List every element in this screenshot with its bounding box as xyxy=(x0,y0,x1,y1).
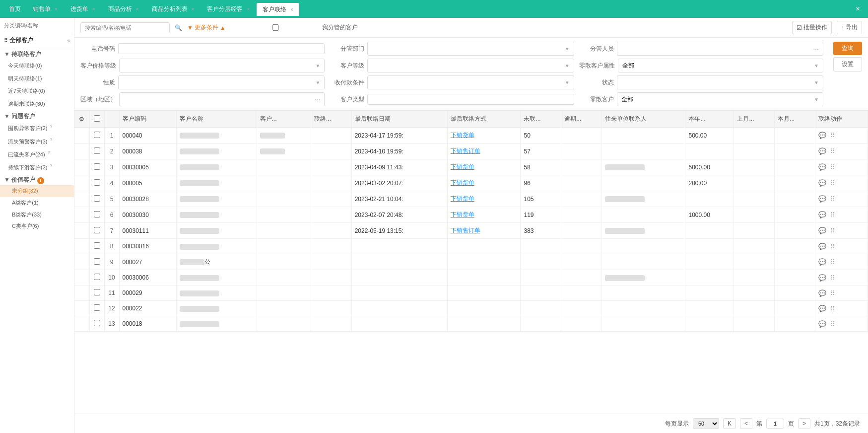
col-contact[interactable]: 联络... xyxy=(311,111,351,128)
tab-purchase-order[interactable]: 进货单 × xyxy=(65,2,101,16)
region-select[interactable]: ··· xyxy=(119,92,325,106)
sidebar-search-input[interactable] xyxy=(4,22,72,28)
col-last-month[interactable]: 上月... xyxy=(734,111,775,128)
payment-select[interactable]: ▼ xyxy=(367,75,574,89)
chat-icon[interactable]: 💬 xyxy=(818,320,826,328)
tab-product-analysis[interactable]: 商品分析 × xyxy=(102,2,145,16)
col-this-month[interactable]: 本月... xyxy=(775,111,815,128)
grid-action-icon[interactable]: ⠿ xyxy=(830,227,835,234)
row-checkbox[interactable] xyxy=(94,211,100,217)
sidebar-item-overdue[interactable]: 逾期未联络(30) xyxy=(0,98,74,111)
chat-icon[interactable]: 💬 xyxy=(818,211,826,218)
sidebar-all-customers[interactable]: ⠿ 全部客户 « xyxy=(0,33,74,48)
sidebar-item-b-class[interactable]: B类客户(33) xyxy=(0,209,74,221)
search-btn[interactable]: 查询 xyxy=(833,42,862,55)
cell-checkbox[interactable] xyxy=(89,270,104,286)
page-size-select[interactable]: 50 100 200 xyxy=(693,418,719,429)
cell-last-method[interactable]: 下销售订单 xyxy=(447,144,521,159)
prev-page-btn[interactable]: < xyxy=(740,418,752,429)
chat-icon[interactable]: 💬 xyxy=(818,163,826,171)
tab-sales-order[interactable]: 销售单 × xyxy=(27,2,64,16)
sidebar-item-lost[interactable]: 已流失客户(24) ？ xyxy=(0,148,74,161)
nature-select[interactable]: ▼ xyxy=(118,75,325,89)
cell-checkbox[interactable] xyxy=(89,175,104,191)
manager-select[interactable]: ··· xyxy=(617,42,823,56)
row-checkbox[interactable] xyxy=(94,147,100,154)
cell-last-method[interactable] xyxy=(447,286,521,301)
close-tab-segment[interactable]: × xyxy=(247,6,250,12)
sidebar-item-loss-warning[interactable]: 流失预警客户(3) ？ xyxy=(0,135,74,148)
cell-checkbox[interactable] xyxy=(89,144,104,159)
sidebar-item-tomorrow[interactable]: 明天待联络(1) xyxy=(0,72,74,85)
cell-last-method[interactable]: 下销货单 xyxy=(447,159,521,175)
close-tab-purchase[interactable]: × xyxy=(92,6,95,12)
cell-checkbox[interactable] xyxy=(89,159,104,175)
row-checkbox[interactable] xyxy=(94,227,100,233)
grid-action-icon[interactable]: ⠿ xyxy=(830,195,835,203)
cell-checkbox[interactable] xyxy=(89,254,104,270)
grid-action-icon[interactable]: ⠿ xyxy=(830,243,835,250)
row-checkbox[interactable] xyxy=(94,320,100,326)
col-settings[interactable]: ⚙ xyxy=(74,111,89,128)
my-customers-check-input[interactable] xyxy=(231,24,320,31)
sidebar-item-ungroup[interactable]: 未分组(32) xyxy=(0,185,74,197)
chat-icon[interactable]: 💬 xyxy=(818,274,826,282)
col-last-method[interactable]: 最后联络方式 xyxy=(447,111,521,128)
cell-last-method[interactable] xyxy=(447,239,521,254)
cell-checkbox[interactable] xyxy=(89,128,104,144)
col-overdue[interactable]: 逾期... xyxy=(561,111,602,128)
next-page-btn[interactable]: > xyxy=(798,418,810,429)
row-checkbox[interactable] xyxy=(94,304,100,311)
chat-icon[interactable]: 💬 xyxy=(818,195,826,203)
chat-icon[interactable]: 💬 xyxy=(818,289,826,297)
row-checkbox[interactable] xyxy=(94,242,100,249)
dept-select[interactable]: ▼ xyxy=(367,42,574,56)
status-select[interactable]: ▼ xyxy=(617,75,823,89)
cell-last-method[interactable]: 下销货单 xyxy=(447,191,521,207)
sidebar-item-c-class[interactable]: C类客户(6) xyxy=(0,220,74,232)
sidebar-item-7days[interactable]: 近7天待联络(0) xyxy=(0,85,74,98)
sidebar-item-a-class[interactable]: A类客户(1) xyxy=(0,197,74,209)
row-checkbox[interactable] xyxy=(94,274,100,280)
tab-customer-contact[interactable]: 客户联络 × xyxy=(257,2,299,16)
grid-action-icon[interactable]: ⠿ xyxy=(830,258,835,266)
cell-checkbox[interactable] xyxy=(89,239,104,254)
col-name[interactable]: 客户名称 xyxy=(176,111,257,128)
batch-operation-btn[interactable]: ☑ 批量操作 xyxy=(792,21,832,34)
chat-icon[interactable]: 💬 xyxy=(818,147,826,155)
main-search-input[interactable] xyxy=(80,22,170,33)
close-tab-product-list[interactable]: × xyxy=(192,6,195,12)
cell-checkbox[interactable] xyxy=(89,286,104,301)
cell-last-method[interactable]: 下销货单 xyxy=(447,207,521,223)
grid-action-icon[interactable]: ⠿ xyxy=(830,289,835,297)
tab-customer-segment[interactable]: 客户分层经客 × xyxy=(201,2,256,16)
close-tab-product-analysis[interactable]: × xyxy=(136,6,139,12)
chat-icon[interactable]: 💬 xyxy=(818,132,826,139)
close-tab-sales[interactable]: × xyxy=(55,6,58,12)
sidebar-item-abnormal[interactable]: 囤购异常客户(2) ？ xyxy=(0,122,74,135)
col-this-year[interactable]: 本年... xyxy=(685,111,734,128)
cell-last-method[interactable] xyxy=(447,254,521,270)
select-all-checkbox[interactable] xyxy=(94,115,100,122)
phone-input[interactable] xyxy=(118,43,325,54)
scatter-attr-select[interactable]: 全部 ▼ xyxy=(618,59,823,72)
cell-checkbox[interactable] xyxy=(89,316,104,332)
col-checkbox[interactable] xyxy=(89,111,104,128)
collapse-icon[interactable]: « xyxy=(67,38,70,43)
grid-action-icon[interactable]: ⠿ xyxy=(830,320,835,328)
more-conditions-btn[interactable]: ▼ 更多条件 ▲ xyxy=(187,23,226,32)
chat-icon[interactable]: 💬 xyxy=(818,305,826,312)
price-level-select[interactable]: ▼ xyxy=(119,59,325,72)
chat-icon[interactable]: 💬 xyxy=(818,258,826,266)
cell-checkbox[interactable] xyxy=(89,301,104,316)
cell-last-method[interactable] xyxy=(447,270,521,286)
row-checkbox[interactable] xyxy=(94,163,100,170)
grid-action-icon[interactable]: ⠿ xyxy=(830,274,835,282)
cell-last-method[interactable]: 下销货单 xyxy=(447,128,521,144)
col-code[interactable]: 客户编码 xyxy=(119,111,176,128)
search-icon[interactable]: 🔍 xyxy=(175,24,182,31)
row-checkbox[interactable] xyxy=(94,132,100,138)
customer-type-input[interactable] xyxy=(367,94,574,105)
row-checkbox[interactable] xyxy=(94,289,100,295)
customer-level-select[interactable]: ▼ xyxy=(367,59,574,72)
